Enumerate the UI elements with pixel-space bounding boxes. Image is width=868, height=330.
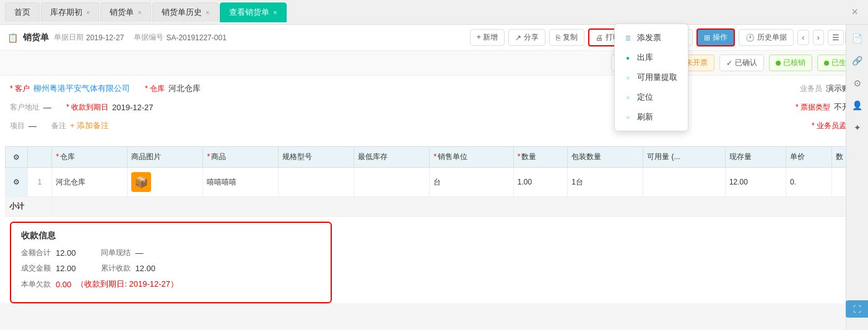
staff-label: 业务员 — [800, 84, 822, 94]
dropdown-add-invoice[interactable]: ☰ 添发票 — [615, 28, 688, 48]
due-value: 0.00 — [56, 280, 71, 289]
tab-sales-close[interactable]: × — [137, 9, 141, 16]
share-button[interactable]: ↗ 分享 — [508, 29, 545, 46]
th-spec: 规格型号 — [279, 147, 354, 168]
notes-field: 备注 + 添加备注 — [51, 120, 109, 131]
tab-inventory-label: 库存期初 — [50, 7, 82, 18]
sidebar-doc-icon[interactable]: 📄 — [849, 30, 866, 47]
tab-sales-history-close[interactable]: × — [206, 9, 209, 16]
customer-value: 柳州粤港平安气体有限公司 — [33, 83, 130, 94]
th-image: 商品图片 — [128, 147, 203, 168]
doc-meta: 单据日期 2019-12-27 单据编号 SA-20191227-001 — [54, 32, 465, 43]
project-label: 项目 — [10, 121, 25, 131]
transaction-item: 成交金额 12.00 — [21, 263, 76, 274]
th-num — [28, 147, 52, 168]
expand-button[interactable]: ⛶ — [846, 300, 868, 308]
ops-label: 操作 — [713, 32, 727, 43]
tab-inventory-close[interactable]: × — [86, 9, 90, 16]
sold-dot — [776, 61, 781, 66]
tab-home[interactable]: 首页 — [5, 2, 40, 22]
copy-icon: ⎘ — [556, 33, 560, 42]
window-close-btn[interactable]: × — [846, 3, 863, 21]
dropdown-locate[interactable]: ○ 定位 — [615, 87, 688, 107]
notes-label: 备注 — [51, 121, 66, 131]
ops-button[interactable]: ⊞ 操作 — [697, 28, 735, 46]
project-field: 项目 — — [10, 121, 37, 131]
transaction-label: 成交金额 — [21, 263, 51, 274]
number-label: 单据编号 — [134, 32, 163, 43]
refresh-icon: ○ — [623, 113, 632, 121]
add-invoice-icon: ☰ — [623, 33, 632, 42]
form-row-1: * 客户 柳州粤港平安气体有限公司 * 仓库 河北仓库 业务员 演示账号 — [10, 83, 858, 94]
dropdown-refresh[interactable]: ○ 刷新 — [615, 107, 688, 127]
th-product: *商品 — [203, 147, 279, 168]
tab-view-sales[interactable]: 查看销货单 × — [220, 2, 286, 22]
share-label: 分享 — [524, 32, 539, 43]
due-note: （收款到期日: 2019-12-27） — [76, 279, 178, 290]
form-row-2: 客户地址 — * 收款到期日 2019-12-27 * 票据类型 不开票 — [10, 102, 858, 113]
sidebar-user-icon[interactable]: 👤 — [849, 97, 866, 114]
right-sidebar: 📄 🔗 ⊙ 👤 ✦ ⛶ — [846, 25, 868, 308]
table-header-row: ⚙ *仓库 商品图片 *商品 规格型号 最低库存 *销售单位 *数量 包装数量 … — [6, 147, 863, 168]
th-unit: *销售单位 — [430, 147, 513, 168]
address-field: 客户地址 — — [10, 102, 51, 113]
cumulative-label: 累计收款 — [101, 263, 131, 274]
subtotal-row: 小计 — [6, 197, 863, 217]
tab-sales-history[interactable]: 销货单历史 × — [152, 2, 219, 22]
td-unit: 台 — [430, 168, 513, 197]
dropdown-warehouse-out[interactable]: ● 出库 — [615, 48, 688, 67]
copy-label: 复制 — [563, 32, 578, 43]
th-quantity: *数量 — [513, 147, 567, 168]
td-available — [643, 168, 726, 197]
available-qty-label: 可用量提取 — [637, 72, 677, 83]
salesperson-label: * 业务员孟 — [812, 121, 846, 131]
td-settings[interactable]: ⚙ — [6, 168, 28, 197]
sidebar-link-icon[interactable]: 🔗 — [849, 52, 866, 69]
dropdown-available-qty[interactable]: ○ 可用量提取 — [615, 67, 688, 87]
th-min-stock: 最低库存 — [354, 147, 430, 168]
doc-icon: 📋 — [7, 33, 18, 43]
confirm-btn[interactable]: ✓ 已确认 — [719, 54, 764, 71]
tab-view-sales-close[interactable]: × — [273, 9, 277, 16]
history-label: 历史单据 — [757, 32, 787, 43]
cumulative-value: 12.00 — [136, 264, 156, 273]
payment-date-value: 2019-12-27 — [112, 103, 154, 112]
td-quantity: 1.00 — [513, 168, 567, 197]
confirm-label: 已确认 — [735, 58, 757, 68]
nav-next-button[interactable]: › — [813, 30, 824, 45]
address-value: — — [43, 103, 51, 112]
sidebar-refresh-icon[interactable]: ⊙ — [849, 74, 866, 92]
th-available: 可用量 (... — [643, 147, 726, 168]
available-qty-icon: ○ — [623, 73, 632, 82]
new-button[interactable]: + 新增 — [470, 29, 505, 46]
notes-add[interactable]: + 添加备注 — [70, 120, 109, 131]
due-label: 本单欠款 — [21, 279, 51, 290]
td-num: 1 — [28, 168, 52, 197]
payment-row-3: 本单欠款 0.00 （收款到期日: 2019-12-27） — [21, 279, 321, 290]
td-subtotal-values — [52, 197, 863, 217]
list-view-btn[interactable]: ☰ — [828, 30, 844, 45]
amount-total-value: 12.00 — [56, 248, 76, 258]
project-value: — — [28, 121, 37, 131]
copy-button[interactable]: ⎘ 复制 — [549, 29, 584, 46]
history-button[interactable]: 🕐 历史单据 — [739, 29, 794, 46]
customer-field: * 客户 柳州粤港平安气体有限公司 — [10, 83, 130, 94]
sec-toolbar: 📱 来自手机 未开票 ✓ 已确认 已核销 已生效 — [0, 51, 868, 76]
open-label: 未开票 — [685, 58, 708, 68]
th-settings[interactable]: ⚙ — [6, 147, 28, 168]
td-min-stock — [354, 168, 430, 197]
sidebar-star-icon[interactable]: ✦ — [849, 119, 866, 136]
ticket-type-label: * 票据类型 — [796, 102, 830, 113]
td-unit-price: 0. — [786, 168, 831, 197]
th-current-stock: 现存量 — [725, 147, 786, 168]
tab-sales[interactable]: 销货单 × — [100, 2, 150, 22]
tab-inventory[interactable]: 库存期初 × — [41, 2, 99, 22]
td-image: 📦 — [128, 168, 203, 197]
history-icon: 🕐 — [745, 33, 755, 42]
main-toolbar: 📋 销货单 单据日期 2019-12-27 单据编号 SA-20191227-0… — [0, 25, 868, 51]
tab-view-sales-label: 查看销货单 — [229, 7, 269, 18]
nav-prev-button[interactable]: ‹ — [797, 30, 809, 45]
same-order-value: — — [136, 248, 144, 258]
warehouse-field: * 仓库 河北仓库 — [145, 83, 201, 94]
warehouse-value: 河北仓库 — [168, 83, 201, 94]
